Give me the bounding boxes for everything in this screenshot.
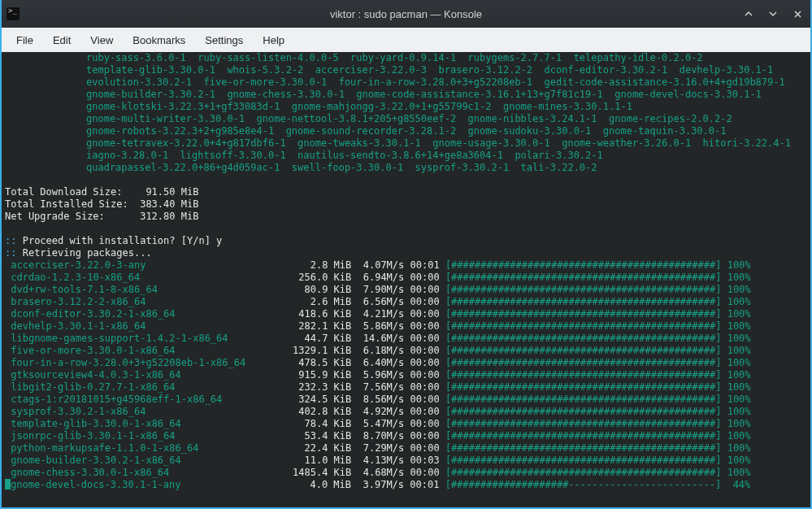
package-list-line: ruby-sass-3.6.0-1 ruby-sass-listen-4.0.0… — [5, 52, 703, 64]
download-row: libgit2-glib-0.27.7-1-x86_64 232.3 KiB 7… — [5, 381, 807, 394]
package-list-line: gnome-multi-writer-3.30.0-1 gnome-nettoo… — [5, 113, 732, 125]
download-row: devhelp-3.30.1-1-x86_64 282.1 KiB 5.86M/… — [5, 320, 807, 333]
download-row: sysprof-3.30.2-1-x86_64 402.8 KiB 4.92M/… — [5, 406, 807, 418]
minimize-button[interactable] — [740, 6, 757, 22]
download-row: jsonrpc-glib-3.30.1-1-x86_64 53.4 KiB 8.… — [5, 430, 807, 442]
retrieving-header: :: Retrieving packages... — [5, 247, 807, 259]
download-row: accerciser-3.22.0-3-any 2.8 MiB 4.07M/s … — [5, 259, 807, 272]
titlebar[interactable]: viktor : sudo pacman — Konsole — [2, 0, 810, 28]
download-row: libgnome-games-support-1.4.2-1-x86_64 44… — [5, 333, 807, 345]
download-row: dvd+rw-tools-7.1-8-x86_64 80.9 KiB 7.90M… — [5, 284, 807, 296]
menubar: File Edit View Bookmarks Settings Help — [2, 28, 810, 52]
download-row: ctags-1:r20181015+g45968eff-1-x86_64 324… — [5, 394, 807, 406]
package-list-line: template-glib-3.30.0-1 whois-5.3.2-2 acc… — [5, 64, 773, 76]
close-button[interactable] — [789, 6, 805, 22]
package-list-line: gnome-builder-3.30.2-1 gnome-chess-3.30.… — [5, 89, 762, 101]
package-list-line: gnome-klotski-3.22.3+1+gf33083d-1 gnome-… — [5, 101, 632, 113]
window-title: viktor : sudo pacman — Konsole — [2, 8, 810, 20]
download-row: dconf-editor-3.30.2-1-x86_64 418.6 KiB 4… — [5, 308, 807, 320]
download-row: four-in-a-row-3.28.0+3+g52208eb-1-x86_64… — [5, 357, 807, 369]
konsole-window: viktor : sudo pacman — Konsole File Edit… — [0, 0, 812, 509]
menu-file[interactable]: File — [7, 31, 43, 50]
proceed-prompt: :: Proceed with installation? [Y/n] y — [5, 235, 807, 247]
download-row: template-glib-3.30.0-1-x86_64 78.4 KiB 5… — [5, 418, 807, 430]
terminal-icon — [7, 7, 20, 20]
menu-view[interactable]: View — [80, 31, 123, 50]
download-row: gnome-builder-3.30.2-1-x86_64 11.0 MiB 4… — [5, 455, 807, 467]
window-controls — [740, 6, 805, 22]
maximize-button[interactable] — [765, 6, 781, 22]
package-list-line: gnome-robots-3.22.3+2+g985e8e4-1 gnome-s… — [5, 125, 726, 137]
menu-settings[interactable]: Settings — [195, 31, 253, 50]
cursor — [5, 479, 11, 489]
package-list-line: gnome-tetravex-3.22.0+4+g817dbf6-1 gnome… — [5, 137, 791, 150]
download-row: gnome-chess-3.30.0-1-x86_64 1485.4 KiB 4… — [5, 467, 807, 479]
menu-help[interactable]: Help — [253, 31, 294, 50]
menu-bookmarks[interactable]: Bookmarks — [123, 31, 195, 50]
package-list-line: evolution-3.30.2-1 five-or-more-3.30.0-1… — [5, 76, 785, 89]
download-row: five-or-more-3.30.0-1-x86_64 1329.1 KiB … — [5, 345, 807, 357]
terminal-output[interactable]: ruby-sass-3.6.0-1 ruby-sass-listen-4.0.0… — [2, 52, 810, 507]
net-upgrade-size: Net Upgrade Size: 312.80 MiB — [5, 211, 807, 223]
package-list-line: iagno-3.28.0-1 lightsoff-3.30.0-1 nautil… — [5, 150, 603, 162]
download-row: python-markupsafe-1.1.0-1-x86_64 22.4 Ki… — [5, 442, 807, 455]
total-installed-size: Total Installed Size: 383.40 MiB — [5, 198, 807, 211]
download-row: brasero-3.12.2-2-x86_64 2.6 MiB 6.56M/s … — [5, 296, 807, 308]
menu-edit[interactable]: Edit — [43, 31, 80, 50]
total-download-size: Total Download Size: 91.50 MiB — [5, 186, 807, 198]
package-list-line: quadrapassel-3.22.0+86+g4d059ac-1 swell-… — [5, 162, 597, 174]
download-row: gtksourceview4-4.0.3-1-x86_64 915.9 KiB … — [5, 369, 807, 381]
download-row: gnome-devel-docs-3.30.1-1-any 4.0 MiB 3.… — [5, 479, 807, 491]
download-row: cdrdao-1.2.3-10-x86_64 256.0 KiB 6.94M/s… — [5, 272, 807, 284]
